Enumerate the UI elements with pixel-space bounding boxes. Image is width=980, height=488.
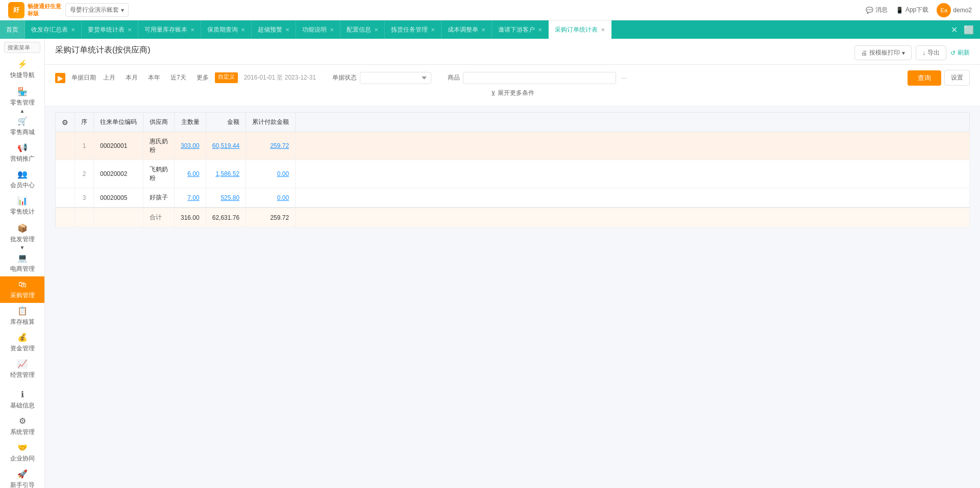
th-qty: 主数量	[175, 113, 206, 132]
tab-function-desc[interactable]: 功能说明 ✕	[296, 20, 340, 39]
footer-unit-code	[94, 208, 143, 227]
tab-close-icon[interactable]: ✕	[538, 27, 542, 33]
export-button[interactable]: ↓ 导出	[916, 45, 946, 60]
tab-close-icon[interactable]: ✕	[285, 27, 289, 33]
tab-close-icon[interactable]: ✕	[128, 27, 132, 33]
row-amount[interactable]: 525.80	[206, 188, 246, 208]
restore-tab-button[interactable]: ⬜	[962, 24, 976, 36]
workspace-selector[interactable]: 母婴行业演示账套 ▾	[65, 3, 129, 17]
expand-down-icon: ⊻	[491, 90, 496, 97]
row-index: 1	[75, 132, 94, 160]
tab-available-stock[interactable]: 可用量库存账本 ✕	[138, 20, 201, 39]
content-area: 采购订单统计表(按供应商) 🖨 按模板打印 ▾ ↓ 导出 ↺ 刷新	[45, 39, 980, 488]
sidebar-item-basic-info[interactable]: ℹ 基础信息	[0, 387, 44, 413]
goods-filter: 商品 ···	[448, 72, 626, 84]
sidebar-item-member-center[interactable]: 👥 会员中心	[0, 166, 44, 193]
custom-tag: 自定义	[215, 72, 238, 83]
operation-icon: 📈	[17, 359, 28, 369]
row-paid[interactable]: 0.00	[246, 188, 296, 208]
query-button[interactable]: 查询	[908, 70, 941, 86]
collab-icon: 🤝	[17, 443, 28, 452]
tab-close-icon[interactable]: ✕	[481, 27, 485, 33]
refresh-button[interactable]: ↺ 刷新	[950, 48, 970, 57]
sidebar-item-retail-mgmt[interactable]: 🏪 零售管理 ▲	[0, 87, 44, 113]
ecommerce-icon: 💻	[17, 253, 28, 263]
row-qty[interactable]: 7.00	[175, 188, 206, 208]
goods-input[interactable]	[463, 72, 616, 84]
settings-button[interactable]: 设置	[944, 70, 970, 86]
tab-label: 成本调整单	[448, 25, 478, 34]
logo-area: 好 畅捷通好生意 标版	[8, 2, 61, 18]
tab-label: 邀请下游客户	[498, 25, 535, 34]
user-profile[interactable]: Ea demo2	[937, 3, 972, 17]
row-qty[interactable]: 6.00	[175, 160, 206, 188]
tab-overstock[interactable]: 超储预警 ✕	[252, 20, 296, 39]
last-month-shortcut[interactable]: 上月	[99, 72, 119, 83]
collapse-filter-button[interactable]: ▶	[55, 73, 65, 83]
th-extra	[296, 113, 970, 132]
phone-icon: 📱	[896, 7, 903, 14]
sidebar-item-wholesale-mgmt[interactable]: 📦 批发管理 ▼	[0, 223, 44, 250]
sidebar-item-ecommerce-mgmt[interactable]: 💻 电商管理	[0, 250, 44, 276]
sidebar-item-purchase-mgmt[interactable]: 🛍 采购管理	[0, 276, 44, 303]
sidebar-item-retail-shop[interactable]: 🛒 零售商城	[0, 113, 44, 140]
tab-validity[interactable]: 保质期查询 ✕	[201, 20, 252, 39]
this-year-shortcut[interactable]: 本年	[144, 72, 164, 83]
row-unit-code: 00020005	[94, 188, 143, 208]
row-amount[interactable]: 60,519.44	[206, 132, 246, 160]
tab-collect-pay[interactable]: 收发存汇总表 ✕	[25, 20, 82, 39]
message-button[interactable]: 💬 消息	[866, 6, 888, 14]
th-unit-code: 往来单位编码	[94, 113, 143, 132]
header-actions: 🖨 按模板打印 ▾ ↓ 导出 ↺ 刷新	[55, 45, 970, 60]
row-paid[interactable]: 0.00	[246, 160, 296, 188]
row-paid[interactable]: 259.72	[246, 132, 296, 160]
tab-close-icon[interactable]: ✕	[190, 27, 194, 33]
more-options-icon[interactable]: ···	[621, 74, 626, 82]
sidebar-item-marketing[interactable]: 📢 营销推广	[0, 140, 44, 166]
sidebar-item-retail-stats[interactable]: 📊 零售统计	[0, 193, 44, 219]
tab-pick-task[interactable]: 拣货任务管理 ✕	[385, 20, 442, 39]
table-body: 1 00020001 惠氏奶粉 303.00 60,519.44 259.72 …	[56, 132, 970, 208]
quick-nav-icon: ⚡	[17, 59, 28, 69]
footer-amount: 62,631.76	[206, 208, 246, 227]
tab-close-icon[interactable]: ✕	[431, 27, 435, 33]
tab-close-icon[interactable]: ✕	[374, 27, 378, 33]
sidebar-item-system-mgmt[interactable]: ⚙ 系统管理	[0, 413, 44, 440]
tab-invite-downstream[interactable]: 邀请下游客户 ✕	[492, 20, 549, 39]
sidebar-item-new-guide[interactable]: 🚀 新手引导	[0, 466, 44, 488]
sidebar-item-finance-mgmt[interactable]: 💰 资金管理	[0, 329, 44, 356]
tab-config-info[interactable]: 配置信息 ✕	[340, 20, 385, 39]
this-month-shortcut[interactable]: 本月	[121, 72, 142, 83]
status-select[interactable]: 全部 待审核 已审核	[360, 72, 431, 84]
template-print-button[interactable]: 🖨 按模板打印 ▾	[854, 45, 912, 60]
more-shortcut[interactable]: 更多	[192, 72, 213, 83]
tab-home[interactable]: 首页	[0, 20, 25, 39]
tab-close-icon[interactable]: ✕	[601, 27, 605, 33]
row-amount[interactable]: 1,586.52	[206, 160, 246, 188]
tab-cost-adjust[interactable]: 成本调整单 ✕	[442, 20, 492, 39]
app-download-button[interactable]: 📱 App下载	[896, 6, 928, 14]
tab-order-stats[interactable]: 要货单统计表 ✕	[82, 20, 138, 39]
search-input[interactable]	[4, 42, 40, 53]
table-area: ⚙ 序 往来单位编码 供应商 主数量 金额 累计付款金额 1	[45, 106, 980, 488]
sidebar-item-quick-nav[interactable]: ⚡ 快捷导航	[0, 56, 44, 83]
sidebar-item-operation-mgmt[interactable]: 📈 经营管理	[0, 356, 44, 382]
tab-purchase-order-stats[interactable]: 采购订单统计表 ✕	[549, 20, 611, 39]
close-tab-button[interactable]: ✕	[949, 24, 960, 36]
sidebar-item-inventory-check[interactable]: 📋 库存核算	[0, 303, 44, 329]
last-7-days-shortcut[interactable]: 近7天	[166, 72, 190, 83]
tab-close-icon[interactable]: ✕	[330, 27, 334, 33]
row-qty[interactable]: 303.00	[175, 132, 206, 160]
tab-close-icon[interactable]: ✕	[241, 27, 245, 33]
expand-more-button[interactable]: ⊻ 展开更多条件	[491, 89, 534, 97]
settings-icon[interactable]: ⚙	[62, 118, 68, 126]
sidebar-item-enterprise-collab[interactable]: 🤝 企业协同	[0, 440, 44, 466]
row-index: 2	[75, 160, 94, 188]
workspace-label: 母婴行业演示账套	[70, 6, 119, 14]
nav-tabs: 首页 收发存汇总表 ✕ 要货单统计表 ✕ 可用量库存账本 ✕ 保质期查询 ✕ 超…	[0, 20, 980, 39]
tab-close-icon[interactable]: ✕	[71, 27, 75, 33]
tab-home-label: 首页	[6, 25, 18, 34]
row-supplier: 好孩子	[143, 188, 175, 208]
tab-label: 要货单统计表	[88, 25, 125, 34]
retail-shop-icon: 🛒	[17, 116, 28, 126]
